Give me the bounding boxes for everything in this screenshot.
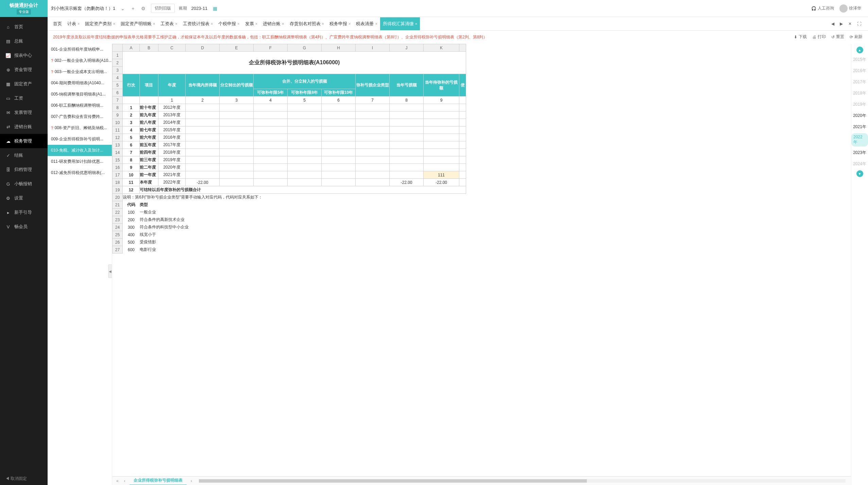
cell[interactable]: 6 xyxy=(322,97,356,104)
close-icon[interactable]: × xyxy=(255,22,257,26)
form-item-0[interactable]: 001-企业所得税年度纳税申... xyxy=(48,44,112,55)
close-icon[interactable]: × xyxy=(375,22,377,26)
cell[interactable] xyxy=(390,134,424,141)
cell[interactable] xyxy=(288,141,322,149)
row-header[interactable]: 11 xyxy=(113,126,123,134)
cell[interactable] xyxy=(424,104,459,111)
row-header[interactable]: 19 xyxy=(113,186,123,194)
sidebar-item-9[interactable]: ✓结账 xyxy=(0,148,48,162)
consult-link[interactable]: 🎧 人工咨询 xyxy=(811,5,834,11)
col-header[interactable]: K xyxy=(424,44,459,52)
cell[interactable] xyxy=(186,149,220,156)
cell[interactable]: 前一年度 xyxy=(140,171,158,179)
cell[interactable]: 9 xyxy=(123,164,140,171)
row-header[interactable]: 12 xyxy=(113,134,123,141)
cell[interactable]: 8 xyxy=(390,97,424,104)
download-button[interactable]: ⬇下载 xyxy=(794,34,807,40)
cell[interactable] xyxy=(356,111,390,119)
cell[interactable] xyxy=(186,104,220,111)
cell[interactable] xyxy=(459,134,466,141)
cell[interactable] xyxy=(356,104,390,111)
cell[interactable] xyxy=(220,156,254,164)
cell[interactable] xyxy=(459,179,466,186)
form-item-8[interactable]: 009-企业所得税弥补亏损明... xyxy=(48,134,112,145)
cell[interactable] xyxy=(424,156,459,164)
cell[interactable] xyxy=(356,149,390,156)
cell[interactable]: 前六年度 xyxy=(140,134,158,141)
cell[interactable]: 111 xyxy=(424,171,459,179)
row-header[interactable]: 1 xyxy=(113,52,123,59)
cell[interactable]: 100 xyxy=(123,209,140,216)
account-selector[interactable]: 刘小艳演示账套（勿删勿动！）1 xyxy=(51,5,115,12)
cell[interactable] xyxy=(459,149,466,156)
year-down-icon[interactable]: ▼ xyxy=(856,170,863,177)
cell[interactable]: 10 xyxy=(123,171,140,179)
cell[interactable]: 2013年度 xyxy=(158,111,186,119)
tab-prev-icon[interactable]: ◀ xyxy=(830,20,836,28)
cell[interactable]: 可结转以后年度弥补的亏损额合计 xyxy=(140,186,466,194)
form-item-11[interactable]: 012-减免所得税优惠明细表(... xyxy=(48,167,112,178)
cell[interactable]: 2020年度 xyxy=(158,164,186,171)
col-header[interactable]: G xyxy=(288,44,322,52)
switch-old-button[interactable]: 切到旧版 xyxy=(151,4,175,13)
cell[interactable] xyxy=(220,126,254,134)
sheet-tab-first-icon[interactable]: « xyxy=(115,479,120,483)
cell[interactable] xyxy=(356,141,390,149)
row-header[interactable]: 14 xyxy=(113,149,123,156)
cell[interactable] xyxy=(424,149,459,156)
close-icon[interactable]: × xyxy=(348,22,351,26)
cell[interactable] xyxy=(220,119,254,126)
calendar-icon[interactable]: ▦ xyxy=(211,4,219,13)
cell[interactable] xyxy=(220,134,254,141)
close-icon[interactable]: × xyxy=(415,22,417,26)
cell[interactable] xyxy=(356,119,390,126)
form-item-3[interactable]: 004-期间费用明细表(A1040... xyxy=(48,77,112,89)
cell[interactable] xyxy=(288,126,322,134)
cell[interactable]: 线宽小于 xyxy=(140,231,466,239)
year-item-5[interactable]: 2020年 xyxy=(853,111,866,121)
row-header[interactable]: 2 xyxy=(113,59,123,67)
form-item-2[interactable]: ?003-一般企业成本支出明细... xyxy=(48,66,112,77)
cell[interactable] xyxy=(390,104,424,111)
close-icon[interactable]: × xyxy=(175,22,177,26)
cell[interactable]: -22.00 xyxy=(390,179,424,186)
cell[interactable] xyxy=(186,156,220,164)
sidebar-item-8[interactable]: ☁税务管理 xyxy=(0,134,48,148)
cell[interactable] xyxy=(356,171,390,179)
tab-next-icon[interactable]: ▶ xyxy=(838,20,844,28)
tab-11[interactable]: 税表清册× xyxy=(353,17,380,30)
cell[interactable]: 4 xyxy=(123,126,140,134)
cell[interactable]: 600 xyxy=(123,246,140,254)
tab-2[interactable]: 固定资产类别× xyxy=(82,17,118,30)
cell[interactable] xyxy=(254,149,288,156)
cell[interactable]: 12 xyxy=(123,186,140,194)
sidebar-item-7[interactable]: ⇄进销台账 xyxy=(0,120,48,134)
cell[interactable]: 2 xyxy=(123,111,140,119)
row-header[interactable]: 7 xyxy=(113,97,123,104)
year-up-icon[interactable]: ▲ xyxy=(856,47,863,53)
row-header[interactable]: 10 xyxy=(113,119,123,126)
close-icon[interactable]: × xyxy=(237,22,239,26)
cell[interactable]: 代码 xyxy=(123,201,140,209)
cell[interactable]: 2014年度 xyxy=(158,119,186,126)
cell[interactable] xyxy=(322,119,356,126)
cell[interactable]: 2018年度 xyxy=(158,149,186,156)
sidebar-item-6[interactable]: ✉发票管理 xyxy=(0,105,48,120)
sidebar-item-5[interactable]: ▭工资 xyxy=(0,91,48,105)
cell[interactable] xyxy=(288,171,322,179)
cell[interactable] xyxy=(459,164,466,171)
sidebar-item-3[interactable]: ⊕资金管理 xyxy=(0,63,48,77)
col-header[interactable]: B xyxy=(140,44,158,52)
cell[interactable]: 电影行业 xyxy=(140,246,466,254)
cell[interactable] xyxy=(424,134,459,141)
cell[interactable] xyxy=(390,119,424,126)
tab-7[interactable]: 发票× xyxy=(242,17,260,30)
horizontal-scrollbar[interactable] xyxy=(199,479,846,483)
cell[interactable] xyxy=(390,111,424,119)
row-header[interactable]: 15 xyxy=(113,156,123,164)
sidebar-item-4[interactable]: ▦固定资产 xyxy=(0,77,48,91)
cell[interactable]: 符合条件的科技型中小企业 xyxy=(140,224,466,231)
row-header[interactable]: 9 xyxy=(113,111,123,119)
tab-close-all-icon[interactable]: ✕ xyxy=(847,20,853,28)
cell[interactable] xyxy=(356,164,390,171)
